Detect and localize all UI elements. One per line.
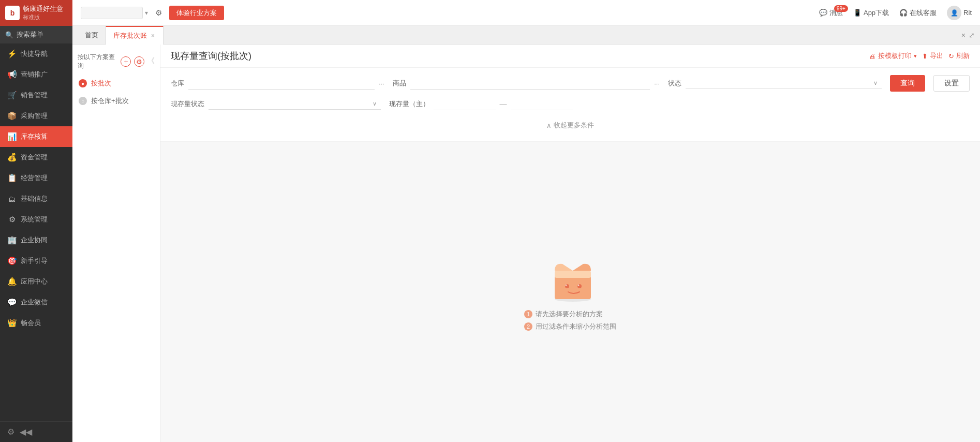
sidebar: b 畅康通好生意 标准版 🔍 搜索菜单 ⚡ 快捷导航 📢 营销推广 🛒 销售管理…: [0, 0, 72, 442]
empty-tips: 1 请先选择要分析的方案 2 用过滤条件来缩小分析范围: [524, 310, 616, 331]
tab-panel-close-icon[interactable]: ×: [961, 31, 966, 39]
warehouse-label: 仓库: [171, 79, 184, 88]
print-label: 按模板打印: [878, 51, 912, 61]
svg-rect-2: [555, 271, 591, 278]
stock-status-label: 现存量状态: [171, 99, 204, 109]
messages-button[interactable]: 💬 消息 99+: [819, 8, 843, 18]
tab-batch-label: 库存批次账: [113, 31, 147, 40]
status-select[interactable]: ∨: [686, 78, 882, 89]
query-button[interactable]: 查询: [890, 75, 925, 92]
sidebar-item-sales[interactable]: 🛒 销售管理: [0, 85, 72, 106]
refresh-button[interactable]: ↻ 刷新: [948, 51, 970, 61]
purchase-icon: 📦: [7, 111, 17, 121]
product-input[interactable]: [410, 77, 650, 90]
collapse-icon: ∧: [546, 122, 552, 129]
system-icon: ⚙: [7, 215, 17, 224]
content-area: 按以下方案查询 ＋ ⚙ 《 ● 按批次 ○ 按仓库+批次 现存量查询(按批次): [72, 45, 980, 442]
page-title-bar: 现存量查询(按批次) 🖨 按模板打印 ▾ ⬆ 导出 ↻ 刷新: [160, 45, 980, 68]
sidebar-item-quick-nav[interactable]: ⚡ 快捷导航: [0, 43, 72, 64]
sidebar-item-label: 销售管理: [21, 91, 48, 100]
stock-qty-to[interactable]: [511, 98, 573, 110]
sidebar-item-label: 经营管理: [21, 173, 48, 183]
empty-tip-1: 1 请先选择要分析的方案: [524, 310, 616, 319]
customer-service-button[interactable]: 🎧 在线客服: [899, 8, 937, 18]
stock-status-select[interactable]: ∨: [209, 98, 381, 110]
filter-item-by-warehouse-batch[interactable]: ○ 按仓库+批次: [72, 92, 160, 110]
tip-text-2: 用过滤条件来缩小分析范围: [536, 322, 616, 331]
stock-qty-from[interactable]: [434, 98, 496, 110]
sidebar-item-label: 快捷导航: [21, 49, 48, 58]
sidebar-item-system[interactable]: ⚙ 系统管理: [0, 209, 72, 230]
sidebar-item-guide[interactable]: 🎯 新手引导: [0, 251, 72, 271]
app-title: 畅康通好生意: [23, 5, 63, 13]
svg-point-5: [566, 285, 567, 286]
enterprise-icon: 🏢: [7, 235, 17, 245]
sidebar-item-wechat[interactable]: 💬 企业微信: [0, 292, 72, 313]
warehouse-more-icon[interactable]: ···: [379, 80, 384, 87]
tab-panel-expand-icon[interactable]: ⤢: [969, 31, 975, 39]
app-download-button[interactable]: 📱 App下载: [853, 8, 889, 18]
svg-point-6: [578, 285, 580, 286]
tab-close-icon[interactable]: ×: [150, 32, 156, 39]
sidebar-item-inventory[interactable]: 📊 库存核算: [0, 126, 72, 147]
settings-filter-icon[interactable]: ⚙: [134, 56, 144, 67]
sidebar-item-label: 应用中心: [21, 277, 48, 286]
filter-panel: 按以下方案查询 ＋ ⚙ 《 ● 按批次 ○ 按仓库+批次: [72, 45, 160, 442]
tip-num-2: 2: [524, 322, 532, 331]
collapse-sidebar-icon[interactable]: ◀◀: [20, 427, 32, 437]
topbar-search-input[interactable]: [81, 7, 143, 19]
filter-dot-active: ●: [79, 79, 87, 87]
sidebar-item-finance[interactable]: 💰 资金管理: [0, 147, 72, 168]
page-title: 现存量查询(按批次): [171, 50, 251, 62]
sidebar-item-member[interactable]: 👑 畅会员: [0, 313, 72, 333]
export-label: 导出: [930, 51, 943, 61]
topbar-chevron-icon[interactable]: ▾: [145, 9, 148, 17]
quick-nav-icon: ⚡: [7, 49, 17, 58]
tab-batch-account[interactable]: 库存批次账 ×: [106, 26, 164, 45]
topbar-gear-icon[interactable]: ⚙: [153, 6, 164, 20]
search-label: 搜索菜单: [17, 30, 43, 39]
sidebar-item-enterprise[interactable]: 🏢 企业协同: [0, 230, 72, 251]
print-dropdown-icon[interactable]: ▾: [914, 53, 917, 60]
sidebar-item-operations[interactable]: 📋 经营管理: [0, 168, 72, 188]
filter-panel-actions: ＋ ⚙ 《: [121, 56, 155, 67]
filter-item-by-batch[interactable]: ● 按批次: [72, 75, 160, 92]
main-area: ▾ ⚙ 体验行业方案 💬 消息 99+ 📱 App下载 🎧 在线客服 👤: [72, 0, 980, 442]
collapse-filter-icon[interactable]: 《: [147, 56, 155, 67]
sidebar-item-basic[interactable]: 🗂 基础信息: [0, 188, 72, 209]
sidebar-item-marketing[interactable]: 📢 营销推广: [0, 64, 72, 85]
topbar-search-area: ▾: [81, 7, 148, 19]
sidebar-nav: ⚡ 快捷导航 📢 营销推广 🛒 销售管理 📦 采购管理 📊 库存核算 💰 资金管…: [0, 43, 72, 421]
warehouse-input[interactable]: [188, 77, 375, 90]
sidebar-search[interactable]: 🔍 搜索菜单: [0, 26, 72, 43]
experience-button[interactable]: 体验行业方案: [169, 6, 224, 20]
print-icon: 🖨: [869, 52, 876, 60]
headset-icon: 🎧: [899, 9, 908, 17]
sidebar-item-label: 库存核算: [21, 132, 48, 141]
filter-dot-inactive: ○: [79, 97, 87, 105]
tab-home[interactable]: 首页: [78, 26, 106, 45]
message-icon: 💬: [819, 9, 827, 17]
sidebar-item-label: 企业微信: [21, 298, 48, 307]
basic-icon: 🗂: [7, 194, 17, 203]
customer-service-label: 在线客服: [910, 8, 937, 18]
settings-footer-icon[interactable]: ⚙: [7, 427, 14, 437]
operations-icon: 📋: [7, 173, 17, 183]
export-button[interactable]: ⬆ 导出: [922, 51, 943, 61]
settings-button[interactable]: 设置: [933, 75, 970, 92]
sidebar-item-purchase[interactable]: 📦 采购管理: [0, 106, 72, 126]
topbar-right: 💬 消息 99+ 📱 App下载 🎧 在线客服 👤 Rit: [819, 6, 972, 20]
user-profile[interactable]: 👤 Rit: [947, 6, 972, 20]
refresh-label: 刷新: [956, 51, 970, 61]
empty-illustration: [544, 253, 596, 299]
collapse-more-button[interactable]: ∧ 收起更多条件: [171, 116, 970, 134]
sales-icon: 🛒: [7, 91, 17, 100]
sidebar-item-app-center[interactable]: 🔔 应用中心: [0, 271, 72, 292]
product-more-icon[interactable]: ···: [654, 80, 660, 87]
print-button[interactable]: 🖨 按模板打印 ▾: [869, 51, 917, 61]
refresh-icon: ↻: [948, 52, 954, 60]
add-filter-icon[interactable]: ＋: [121, 56, 131, 67]
avatar-icon: 👤: [951, 9, 958, 17]
sidebar-item-label: 采购管理: [21, 111, 48, 121]
stock-qty-label: 现存量（主）: [389, 99, 429, 109]
